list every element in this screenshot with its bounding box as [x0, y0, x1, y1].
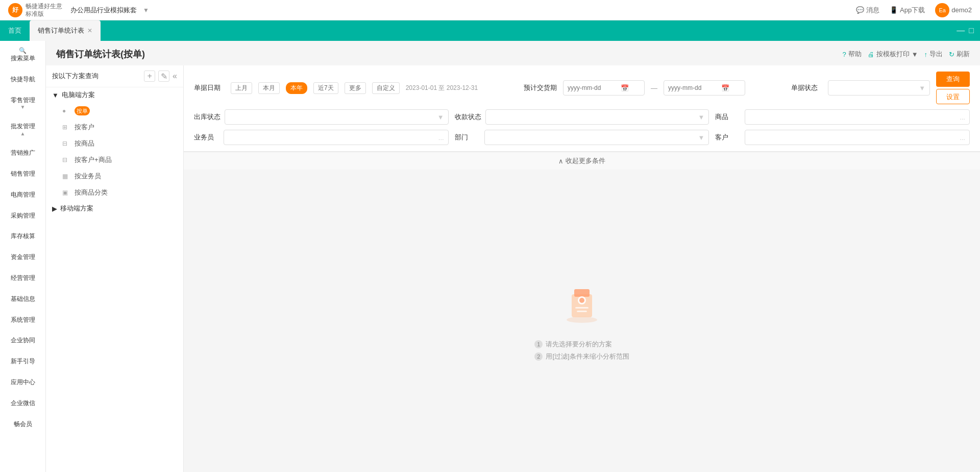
sidebar-system[interactable]: 系统管理 — [0, 310, 45, 331]
sidebar-operations[interactable]: 经营管理 — [0, 268, 45, 289]
expected-date-end[interactable]: 📅 — [664, 80, 745, 96]
sidebar-wholesale[interactable]: 批发管理 ▲ — [0, 116, 45, 143]
app-download-button[interactable]: 📱 App下载 — [890, 6, 925, 15]
payment-status-select[interactable]: ▼ — [485, 109, 709, 125]
out-status-arrow: ▼ — [437, 113, 444, 121]
goods-more-icon[interactable]: ... — [960, 113, 965, 121]
scheme-item-by-customer-label: 按客户 — [75, 123, 94, 132]
scheme-item-by-customer[interactable]: ⊞ 按客户 — [46, 119, 183, 135]
status-select[interactable]: ▼ — [828, 80, 930, 96]
scheme-item-by-category[interactable]: ▣ 按商品分类 — [46, 184, 183, 201]
payment-status-arrow: ▼ — [698, 113, 704, 121]
scheme-item-by-salesman[interactable]: ▦ 按业务员 — [46, 168, 183, 184]
sidebar-purchase-label: 采购管理 — [11, 211, 35, 220]
date-btn-7days[interactable]: 近7天 — [313, 82, 338, 94]
date-btn-last-month[interactable]: 上月 — [231, 82, 252, 94]
customer-more-icon[interactable]: ... — [960, 134, 965, 141]
scheme-item-by-order[interactable]: ● 按单 — [46, 103, 183, 119]
search-icon: 🔍 — [19, 47, 27, 54]
sidebar-quicknav[interactable]: 快捷导航 — [0, 69, 45, 90]
message-button[interactable]: 💬 消息 — [856, 6, 879, 15]
svg-rect-5 — [575, 307, 589, 309]
sidebar-retail[interactable]: 零售管理 ▼ — [0, 90, 45, 116]
expected-date-start-input[interactable] — [568, 84, 619, 91]
sidebar-marketing[interactable]: 营销推广 — [0, 143, 45, 163]
tab-home[interactable]: 首页 — [0, 20, 30, 41]
customer-input[interactable]: ... — [745, 130, 970, 145]
salesman-field: 业务员 ... — [194, 130, 449, 145]
sidebar-purchase[interactable]: 采购管理 — [0, 205, 45, 226]
sidebar-sales[interactable]: 销售管理 — [0, 163, 45, 184]
out-status-select[interactable]: ▼ — [225, 109, 449, 125]
scheme-edit-button[interactable]: ✎ — [158, 70, 169, 82]
date-btn-this-year[interactable]: 本年 — [286, 82, 307, 94]
sidebar-finance-label: 资金管理 — [11, 253, 35, 262]
setting-button[interactable]: 设置 — [936, 89, 970, 104]
sidebar-quicknav-label: 快捷导航 — [11, 75, 35, 84]
tab-close-icon[interactable]: ✕ — [87, 27, 92, 34]
sidebar-ecommerce[interactable]: 电商管理 — [0, 184, 45, 205]
salesman-more-icon[interactable]: ... — [438, 134, 444, 141]
calendar-end-icon: 📅 — [721, 84, 729, 92]
sidebar-enterprise[interactable]: 企业协同 — [0, 330, 45, 351]
salesman-input[interactable]: ... — [224, 130, 449, 145]
payment-status-field: 收款状态 ▼ — [455, 109, 709, 125]
sidebar-retail-label: 零售管理 — [11, 96, 35, 105]
scheme-add-button[interactable]: + — [144, 70, 155, 82]
sidebar-system-label: 系统管理 — [11, 316, 35, 324]
out-status-label: 出库状态 — [194, 112, 220, 122]
tip-text-2: 用[过滤]条件来缩小分析范围 — [546, 352, 629, 361]
filter-row-1: 单据日期 上月 本月 本年 近7天 更多 自定义 2023-01-01 至 20… — [194, 72, 970, 104]
sidebar-finance[interactable]: 资金管理 — [0, 247, 45, 268]
empty-tips: 1 请先选择要分析的方案 2 用[过滤]条件来缩小分析范围 — [534, 338, 629, 363]
top-bar-right: 💬 消息 📱 App下载 Ea demo2 — [856, 3, 972, 17]
sidebar-member[interactable]: 畅会员 — [0, 414, 45, 435]
sidebar-search[interactable]: 🔍 搜索菜单 — [0, 41, 45, 69]
scheme-category-pc[interactable]: ▼ 电脑端方案 — [46, 87, 183, 103]
scheme-item-by-customer-goods[interactable]: ⊟ 按客户+商品 — [46, 152, 183, 168]
expected-date-end-input[interactable] — [668, 84, 719, 91]
collapse-bar[interactable]: ∧ 收起更多条件 — [184, 152, 980, 170]
main-layout: 🔍 搜索菜单 快捷导航 零售管理 ▼ 批发管理 ▲ 营销推广 销售管理 电商管理… — [0, 41, 980, 472]
sidebar-appcenter[interactable]: 应用中心 — [0, 372, 45, 393]
goods-input[interactable]: ... — [745, 109, 970, 125]
tab-sales-order[interactable]: 销售订单统计表 ✕ — [30, 20, 101, 41]
tip-text-1: 请先选择要分析的方案 — [546, 340, 612, 349]
content-wrapper: 销售订单统计表(按单) ? 帮助 🖨 按模板打印 ▼ ↑ 导出 ↻ 刷新 — [46, 41, 980, 472]
sidebar-basic[interactable]: 基础信息 — [0, 289, 45, 310]
sidebar-newguide[interactable]: 新手引导 — [0, 351, 45, 372]
tab-sales-order-label: 销售订单统计表 — [38, 26, 84, 35]
collapse-icon: ∧ — [558, 157, 564, 165]
export-button[interactable]: ↑ 导出 — [924, 50, 943, 59]
scheme-category-mobile[interactable]: ▶ 移动端方案 — [46, 201, 183, 216]
empty-illustration — [556, 279, 607, 330]
print-button[interactable]: 🖨 按模板打印 ▼ — [868, 50, 918, 59]
date-btn-this-month[interactable]: 本月 — [258, 82, 280, 94]
date-btn-more[interactable]: 更多 — [345, 82, 366, 94]
scheme-panel-icons: + ✎ « — [144, 70, 177, 82]
sidebar-inventory[interactable]: 库存核算 — [0, 226, 45, 247]
tab-maximize-button[interactable]: □ — [969, 26, 974, 35]
expected-date-start[interactable]: 📅 — [563, 80, 645, 96]
sidebar-wechat[interactable]: 企业微信 — [0, 393, 45, 414]
help-button[interactable]: ? 帮助 — [842, 50, 861, 59]
top-filter-area: 单据日期 上月 本月 本年 近7天 更多 自定义 2023-01-01 至 20… — [184, 65, 980, 152]
collapse-label: 收起更多条件 — [566, 156, 605, 166]
date-btn-custom[interactable]: 自定义 — [372, 82, 400, 94]
message-label: 消息 — [866, 6, 879, 15]
scheme-collapse-button[interactable]: « — [173, 72, 177, 81]
user-area[interactable]: Ea demo2 — [935, 3, 972, 17]
message-icon: 💬 — [856, 6, 864, 14]
empty-state: 1 请先选择要分析的方案 2 用[过滤]条件来缩小分析范围 — [534, 170, 629, 472]
dept-select[interactable]: ▼ — [484, 130, 709, 145]
refresh-button[interactable]: ↻ 刷新 — [949, 50, 970, 59]
filter-row-2: 出库状态 ▼ 收款状态 ▼ — [194, 109, 970, 125]
print-dropdown-icon[interactable]: ▼ — [912, 51, 918, 58]
filter-row-3: 业务员 ... 部门 ▼ — [194, 130, 970, 145]
scheme-category-mobile-label: 移动端方案 — [60, 204, 93, 213]
tab-minimize-button[interactable]: — — [957, 26, 965, 35]
tab-bar-actions: — □ — [957, 26, 980, 35]
scheme-item-by-goods[interactable]: ⊟ 按商品 — [46, 135, 183, 152]
query-button[interactable]: 查询 — [936, 72, 970, 87]
top-bar-arrow[interactable]: ▼ — [143, 7, 149, 14]
